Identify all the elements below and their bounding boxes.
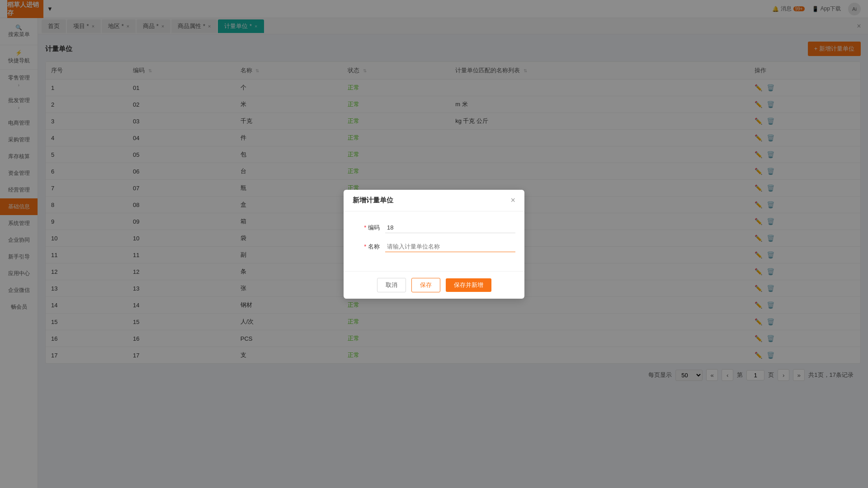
modal-header: 新增计量单位 ×	[344, 190, 524, 211]
modal-overlay: 新增计量单位 × 编码 名称 取消 保存 保存并新增	[0, 0, 868, 488]
code-label: 编码	[353, 224, 380, 232]
cancel-button[interactable]: 取消	[377, 278, 406, 292]
modal-title: 新增计量单位	[353, 196, 393, 205]
modal-footer: 取消 保存 保存并新增	[344, 271, 524, 299]
name-input[interactable]	[385, 241, 515, 252]
save-button[interactable]: 保存	[411, 278, 440, 292]
add-unit-modal: 新增计量单位 × 编码 名称 取消 保存 保存并新增	[344, 190, 524, 299]
code-input[interactable]	[385, 222, 515, 233]
save-and-new-button[interactable]: 保存并新增	[446, 278, 491, 292]
modal-body: 编码 名称	[344, 211, 524, 271]
form-row-code: 编码	[353, 222, 515, 233]
form-row-name: 名称	[353, 241, 515, 252]
name-label: 名称	[353, 243, 380, 251]
modal-close-button[interactable]: ×	[510, 196, 515, 204]
